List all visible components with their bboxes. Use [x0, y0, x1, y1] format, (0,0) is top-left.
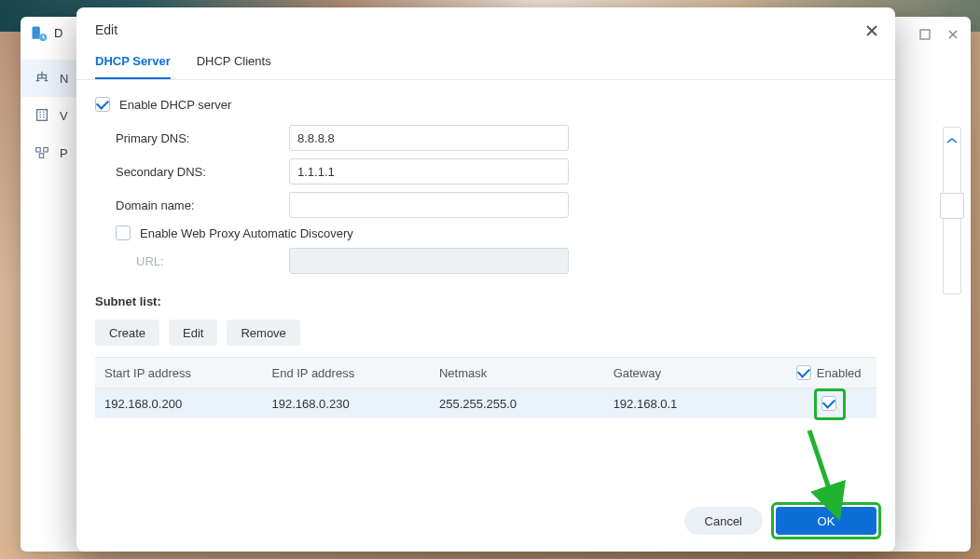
sidebar-item-label: N	[60, 72, 68, 86]
tab-dhcp-clients[interactable]: DHCP Clients	[197, 54, 271, 79]
subnet-list-heading: Subnet list:	[95, 294, 876, 308]
subnet-row[interactable]: 192.168.0.200 192.168.0.230 255.255.255.…	[95, 389, 876, 419]
subnet-header-gateway[interactable]: Gateway	[604, 358, 781, 389]
ok-button[interactable]: OK	[776, 507, 876, 535]
edit-dialog: Edit DHCP Server DHCP Clients Enable DHC…	[76, 7, 895, 552]
domain-name-label: Domain name:	[116, 198, 289, 212]
secondary-dns-label: Secondary DNS:	[116, 165, 289, 179]
web-proxy-checkbox[interactable]	[116, 225, 131, 240]
subnet-header-row: Start IP address End IP address Netmask …	[95, 358, 876, 389]
subnet-cell-start: 192.168.0.200	[95, 389, 262, 419]
subnet-cell-end: 192.168.0.230	[262, 389, 429, 419]
svg-rect-0	[33, 27, 40, 39]
close-icon	[865, 24, 878, 37]
subnet-edit-button[interactable]: Edit	[169, 320, 217, 346]
svg-rect-2	[920, 30, 930, 39]
background-title: D	[54, 26, 62, 40]
svg-rect-5	[44, 147, 48, 152]
secondary-dns-input[interactable]	[289, 158, 569, 184]
svg-rect-6	[39, 153, 44, 157]
building-icon	[34, 106, 50, 126]
cancel-button[interactable]: Cancel	[684, 507, 763, 535]
web-proxy-url-input	[289, 248, 569, 274]
primary-dns-label: Primary DNS:	[116, 131, 289, 145]
dialog-title: Edit	[95, 22, 876, 37]
sidebar-item-label: V	[60, 109, 68, 123]
subnet-cell-gateway: 192.168.0.1	[604, 389, 781, 419]
web-proxy-label: Enable Web Proxy Automatic Discovery	[140, 226, 353, 240]
subnet-table: Start IP address End IP address Netmask …	[95, 357, 876, 418]
subnet-cell-netmask: 255.255.255.0	[430, 389, 604, 419]
subnet-remove-button[interactable]: Remove	[227, 320, 299, 346]
enable-dhcp-checkbox[interactable]	[95, 97, 110, 112]
subnet-header-enabled[interactable]: Enabled	[780, 358, 876, 389]
p-icon	[34, 143, 50, 163]
background-right-panel	[943, 127, 961, 294]
subnet-header-enabled-checkbox[interactable]	[796, 365, 811, 380]
web-proxy-url-label: URL:	[136, 254, 289, 268]
svg-rect-4	[36, 147, 41, 152]
subnet-create-button[interactable]: Create	[95, 320, 159, 346]
subnet-row-enabled-checkbox[interactable]	[821, 396, 836, 411]
network-icon	[34, 69, 50, 89]
background-close-icon[interactable]	[943, 24, 963, 45]
sidebar-item-label: P	[60, 146, 68, 160]
background-maximize-icon[interactable]	[915, 24, 935, 45]
enable-dhcp-label: Enable DHCP server	[119, 98, 231, 112]
primary-dns-input[interactable]	[289, 125, 569, 151]
subnet-header-end[interactable]: End IP address	[262, 358, 429, 389]
chevron-up-icon[interactable]	[946, 131, 958, 148]
subnet-header-enabled-label: Enabled	[817, 366, 862, 380]
background-checkbox[interactable]	[940, 193, 964, 219]
tab-bar: DHCP Server DHCP Clients	[76, 45, 895, 80]
svg-rect-3	[37, 109, 48, 120]
domain-name-input[interactable]	[289, 192, 569, 218]
tab-dhcp-server[interactable]: DHCP Server	[95, 54, 171, 79]
subnet-header-start[interactable]: Start IP address	[95, 358, 262, 389]
subnet-header-netmask[interactable]: Netmask	[430, 358, 604, 389]
app-icon	[30, 24, 48, 43]
dialog-close-button[interactable]	[862, 20, 882, 41]
